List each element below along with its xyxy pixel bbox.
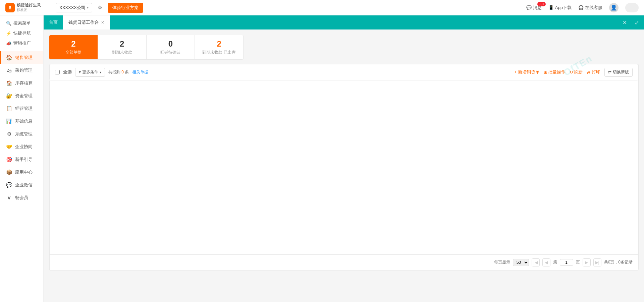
app-download-label: App下载 xyxy=(555,5,572,11)
refresh-icon: ↻ xyxy=(570,70,573,75)
box-icon: 📦 xyxy=(6,169,12,175)
tab-restore-button[interactable]: ⤢ xyxy=(632,18,641,27)
switch-icon: ⇄ xyxy=(608,70,611,74)
sidebar-item-system[interactable]: ⚙ 系统管理 xyxy=(0,128,43,140)
select-all-checkbox[interactable] xyxy=(55,70,60,74)
sidebar-item-label: 库存核算 xyxy=(15,80,33,86)
avatar[interactable]: 👤 xyxy=(609,3,619,12)
filter-label: 更多条件 xyxy=(82,69,98,75)
search-menu-item[interactable]: 🔍 搜索菜单 xyxy=(3,18,40,28)
sidebar-item-label: 畅会员 xyxy=(15,195,28,201)
pagination: 每页显示 50 |◀ ◀ 第 页 ▶ ▶| 共0页，0条记录 xyxy=(49,255,638,270)
quick-nav-item[interactable]: ⚡ 快捷导航 xyxy=(3,28,40,38)
sidebar-item-guide[interactable]: 🎯 新手引导 xyxy=(0,153,43,166)
sidebar-item-finance[interactable]: 🔐 资金管理 xyxy=(0,89,43,102)
sidebar-item-appcenter[interactable]: 📦 应用中心 xyxy=(0,166,43,179)
stat-all-label: 全部单据 xyxy=(56,50,91,55)
quick-nav-label: 快捷导航 xyxy=(13,30,31,36)
stat-overdue[interactable]: 2 到期未收款 xyxy=(98,35,147,59)
top-header: 6 畅捷通好生意 标准版 XXXXXX公司 ▾ ⚙ 体验行业方案 💬 消息 99… xyxy=(0,0,644,15)
result-prefix: 共找到 xyxy=(108,70,120,74)
main-content: 2 全部单据 2 到期未收款 0 旺铺待确认 2 到期未收款 已出库 全选 ▾ … xyxy=(44,29,644,302)
page-label: 第 xyxy=(553,259,557,265)
stat-shipped-number: 2 xyxy=(202,39,236,49)
toolbar-left: 全选 ▾ 更多条件 ▾ 共找到 0 条 相关单据 xyxy=(55,68,148,77)
sidebar-item-label: 系统管理 xyxy=(15,131,33,137)
tab-workbench-label: 钱货日清工作台 xyxy=(68,19,99,25)
sidebar-item-baseinfo[interactable]: 📊 基础信息 xyxy=(0,115,43,128)
tab-close-button[interactable]: ✕ xyxy=(620,18,629,27)
sidebar: 🔍 搜索菜单 ⚡ 快捷导航 📣 营销推广 🏠 销售管理 🛍 采购管理 🏠 库存核… xyxy=(0,0,44,302)
related-orders-link[interactable]: 相关单据 xyxy=(132,69,148,75)
add-btn-label: + 新增销货单 xyxy=(514,69,540,75)
stat-shipped[interactable]: 2 到期未收款 已出库 xyxy=(195,35,243,59)
prev-page-button[interactable]: ◀ xyxy=(542,258,550,266)
sidebar-item-label: 企业微信 xyxy=(15,182,33,188)
batch-icon: ⊞ xyxy=(544,70,547,75)
print-label: 打印 xyxy=(592,69,600,75)
app-download-button[interactable]: 📱 App下载 xyxy=(548,5,572,11)
sidebar-item-purchase[interactable]: 🛍 采购管理 xyxy=(0,64,43,77)
stat-overdue-label: 到期未收款 xyxy=(105,50,140,55)
user-name-area xyxy=(625,3,639,12)
messages-badge: 99+ xyxy=(537,2,546,6)
sidebar-item-wechat[interactable]: 💬 企业微信 xyxy=(0,179,43,191)
sidebar-item-label: 销售管理 xyxy=(15,55,33,61)
switch-label: 切换新版 xyxy=(613,69,629,75)
tab-workbench[interactable]: 钱货日清工作台 ✕ xyxy=(63,15,110,29)
handshake-icon: 🤝 xyxy=(6,144,12,150)
logo-area: 6 畅捷通好生意 标准版 xyxy=(5,3,49,13)
sidebar-item-sales[interactable]: 🏠 销售管理 xyxy=(0,51,43,64)
sidebar-item-cooperation[interactable]: 🤝 企业协同 xyxy=(0,140,43,153)
sidebar-item-label: 经营管理 xyxy=(15,106,33,112)
tab-bar: 首页 钱货日清工作台 ✕ ✕ ⤢ xyxy=(44,15,644,29)
logo-name: 畅捷通好生意 xyxy=(17,3,41,8)
select-all-label: 全选 xyxy=(63,69,72,75)
phone-icon: 📱 xyxy=(548,5,554,10)
stat-all-number: 2 xyxy=(56,39,91,49)
headset-icon: 🎧 xyxy=(578,5,584,10)
trial-button[interactable]: 体验行业方案 xyxy=(108,3,143,13)
add-sales-order-button[interactable]: + 新增销货单 xyxy=(514,69,540,75)
batch-btn-label: 批量操作 xyxy=(548,69,566,75)
lock-icon: 🔐 xyxy=(6,93,12,99)
company-selector[interactable]: XXXXXX公司 ▾ xyxy=(56,3,92,12)
stat-all[interactable]: 2 全部单据 xyxy=(49,35,98,59)
result-unit: 条 xyxy=(125,70,129,74)
toolbar-right: + 新增销货单 ⊞ 批量操作 ↻ 刷新 🖨 打印 ⇄ 切换新版 xyxy=(514,68,633,77)
first-page-button[interactable]: |◀ xyxy=(532,258,540,266)
page-input[interactable] xyxy=(560,259,573,266)
company-name: XXXXXX公司 xyxy=(59,5,86,11)
more-filters-button[interactable]: ▾ 更多条件 ▾ xyxy=(75,68,105,77)
settings-button[interactable]: ⚙ xyxy=(95,3,105,13)
settings-nav-icon: ⚙ xyxy=(6,131,12,137)
result-text: 共找到 0 条 xyxy=(108,69,129,75)
last-page-button[interactable]: ▶| xyxy=(593,258,601,266)
sidebar-item-inventory[interactable]: 🏠 库存核算 xyxy=(0,77,43,89)
tab-home[interactable]: 首页 xyxy=(44,15,63,29)
marketing-item[interactable]: 📣 营销推广 xyxy=(3,38,40,48)
online-service-button[interactable]: 🎧 在线客服 xyxy=(578,5,602,11)
chat-icon: 💬 xyxy=(6,182,12,188)
batch-operation-button[interactable]: ⊞ 批量操作 xyxy=(544,69,566,75)
per-page-select[interactable]: 50 xyxy=(513,259,529,266)
sidebar-item-label: 采购管理 xyxy=(15,67,33,73)
refresh-label: 刷新 xyxy=(574,69,583,75)
tab-bar-actions: ✕ ⤢ xyxy=(620,18,644,27)
refresh-button[interactable]: ↻ 刷新 xyxy=(570,69,583,75)
home-icon: 🏠 xyxy=(6,55,12,61)
header-right: 💬 消息 99+ 📱 App下载 🎧 在线客服 👤 xyxy=(526,3,639,12)
tab-home-label: 首页 xyxy=(49,19,58,25)
sidebar-item-member[interactable]: V 畅会员 xyxy=(0,191,43,204)
next-page-button[interactable]: ▶ xyxy=(583,258,591,266)
switch-version-button[interactable]: ⇄ 切换新版 xyxy=(604,68,633,77)
sidebar-item-operations[interactable]: 📋 经营管理 xyxy=(0,102,43,115)
user-icon: 👤 xyxy=(610,4,617,11)
tab-close-icon[interactable]: ✕ xyxy=(101,20,104,25)
stat-pending[interactable]: 0 旺铺待确认 xyxy=(147,35,195,59)
print-button[interactable]: 🖨 打印 xyxy=(587,69,600,75)
quick-nav-icon: ⚡ xyxy=(6,31,11,36)
marketing-label: 营销推广 xyxy=(13,40,31,46)
messages-button[interactable]: 💬 消息 99+ xyxy=(526,5,542,11)
content-box: 全选 ▾ 更多条件 ▾ 共找到 0 条 相关单据 + 新增销货单 ⊞ xyxy=(49,64,639,270)
